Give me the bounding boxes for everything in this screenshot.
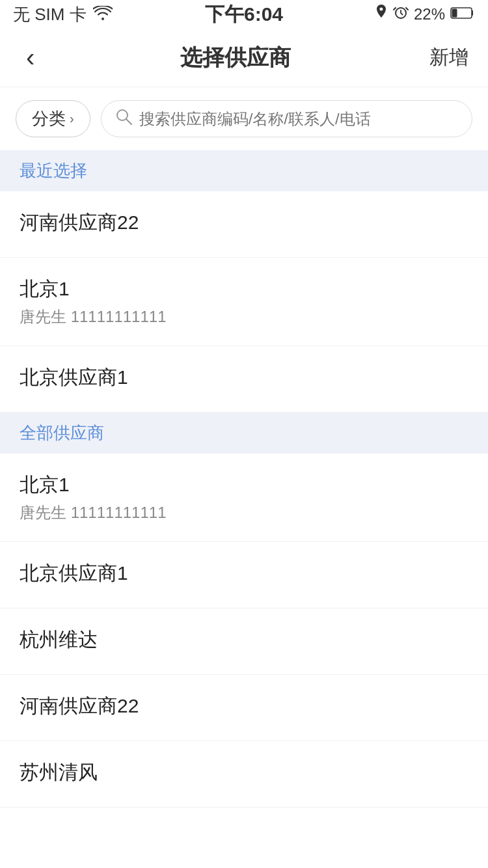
status-left: 无 SIM 卡 [13,3,113,26]
recent-section-label: 最近选择 [20,161,87,180]
search-input[interactable] [139,110,459,128]
nav-bar: ‹ 选择供应商 新增 [0,29,488,87]
status-bar: 无 SIM 卡 下午6:04 22% [0,0,488,29]
all-section-header: 全部供应商 [0,413,488,454]
item-sub: 唐先生 11111111111 [20,502,468,523]
list-item[interactable]: 北京1唐先生 11111111111 [0,258,488,346]
chevron-right-icon: › [70,111,74,126]
list-item[interactable]: 河南供应商22 [0,675,488,741]
filter-row: 分类 › [0,87,488,150]
list-item[interactable]: 苏州清风 [0,741,488,807]
list-item[interactable]: 河南供应商22 [0,191,488,258]
recent-list: 河南供应商22北京1唐先生 11111111111北京供应商1 [0,191,488,413]
item-name: 苏州清风 [20,759,468,786]
item-name: 河南供应商22 [20,693,468,720]
page-title: 选择供应商 [180,43,291,73]
svg-rect-2 [452,9,457,18]
add-button[interactable]: 新增 [429,44,468,71]
status-time: 下午6:04 [205,1,283,28]
list-item[interactable]: 北京供应商1 [0,542,488,608]
item-name: 北京供应商1 [20,560,468,587]
location-icon [375,5,388,24]
list-item[interactable]: 杭州维达 [0,608,488,675]
category-filter-button[interactable]: 分类 › [16,100,90,137]
all-section-label: 全部供应商 [20,423,104,442]
back-button[interactable]: ‹ [20,36,41,79]
item-sub: 唐先生 11111111111 [20,306,468,327]
wifi-icon [93,5,113,25]
category-label: 分类 [32,107,66,130]
all-list: 北京1唐先生 11111111111北京供应商1杭州维达河南供应商22苏州清风 [0,454,488,807]
item-name: 河南供应商22 [20,210,468,236]
list-item[interactable]: 北京供应商1 [0,346,488,413]
item-name: 杭州维达 [20,627,468,653]
status-right: 22% [375,5,475,24]
svg-line-4 [126,119,131,124]
item-name: 北京供应商1 [20,364,468,391]
search-box[interactable] [101,100,472,137]
item-name: 北京1 [20,472,468,498]
list-item[interactable]: 北京1唐先生 11111111111 [0,454,488,542]
recent-section-header: 最近选择 [0,150,488,191]
search-icon [115,107,133,130]
battery-icon [450,5,475,23]
battery-label: 22% [414,5,445,23]
item-name: 北京1 [20,276,468,303]
alarm-icon [393,5,409,24]
sim-label: 无 SIM 卡 [13,3,87,26]
